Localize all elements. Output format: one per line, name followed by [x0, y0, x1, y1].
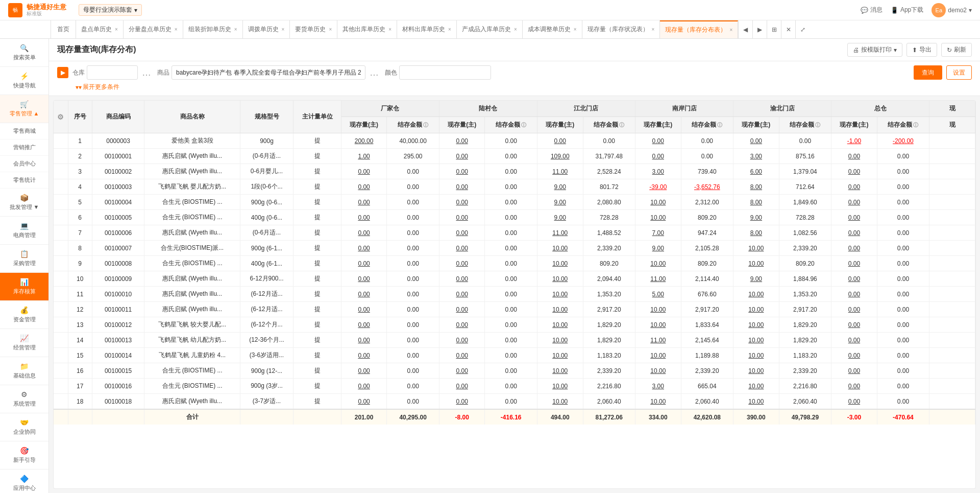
num-cell[interactable]: 0.00	[831, 179, 877, 195]
num-cell[interactable]: 0.00	[439, 241, 485, 256]
num-cell[interactable]: 0.00	[439, 133, 485, 149]
goods-input[interactable]	[172, 65, 365, 80]
num-cell[interactable]: 109.00	[537, 149, 583, 164]
num-cell[interactable]: 0.00	[341, 179, 387, 195]
num-cell[interactable]: 0.00	[439, 287, 485, 302]
num-cell[interactable]: 0.00	[831, 317, 877, 333]
num-cell[interactable]: 10.00	[733, 394, 779, 410]
num-cell[interactable]: 0.00	[439, 164, 485, 179]
setting-btn[interactable]: 设置	[946, 65, 972, 80]
app-download-btn[interactable]: 📱 App下载	[891, 6, 923, 14]
message-btn[interactable]: 💬 消息	[861, 6, 883, 14]
sidebar-sub-member[interactable]: 会员中心	[0, 156, 48, 172]
num-cell[interactable]: 0.00	[831, 348, 877, 363]
sidebar-item-nav[interactable]: ⚡ 快捷导航	[0, 67, 48, 95]
num-cell[interactable]: 11.00	[635, 333, 681, 348]
num-cell[interactable]: 0.00	[439, 225, 485, 241]
expand-conditions-btn[interactable]: ▾▾ 展开更多条件	[76, 83, 119, 91]
tab-close-8[interactable]: ×	[574, 27, 577, 32]
num-cell[interactable]: 0.00	[831, 394, 877, 410]
num-cell[interactable]: 0.00	[831, 241, 877, 256]
num-cell[interactable]: 0.00	[831, 271, 877, 287]
num-cell[interactable]: 10.00	[733, 302, 779, 317]
num-cell[interactable]: 0.00	[341, 210, 387, 225]
refresh-btn[interactable]: ↻ 刷新	[941, 43, 972, 57]
num-cell[interactable]: 10.00	[733, 379, 779, 394]
tab-close-7[interactable]: ×	[514, 27, 517, 32]
sidebar-sub-marketing[interactable]: 营销推广	[0, 139, 48, 156]
num-cell[interactable]: 0.00	[831, 195, 877, 210]
num-cell[interactable]: 0.00	[341, 287, 387, 302]
num-cell[interactable]: 10.00	[537, 348, 583, 363]
num-cell[interactable]: 10.00	[733, 363, 779, 379]
sidebar-item-search[interactable]: 🔍 搜索英单	[0, 39, 48, 67]
num-cell[interactable]: 3.00	[635, 379, 681, 394]
num-cell[interactable]: 3.00	[733, 149, 779, 164]
num-cell[interactable]: 10.00	[635, 363, 681, 379]
num-cell[interactable]: 0.00	[341, 256, 387, 271]
num-cell[interactable]: 11.00	[537, 164, 583, 179]
sidebar-item-retail[interactable]: 🛒 零售管理 ▲	[0, 95, 48, 123]
num-cell[interactable]: 0.00	[439, 271, 485, 287]
num-cell[interactable]: 0.00	[439, 363, 485, 379]
tab-item-1[interactable]: 分量盘点单历史 ×	[124, 20, 183, 39]
num-cell[interactable]: 9.00	[537, 210, 583, 225]
warehouse-input[interactable]	[87, 65, 138, 80]
num-cell[interactable]: -39.00	[635, 179, 681, 195]
num-cell[interactable]: 10.00	[635, 210, 681, 225]
sidebar-item-finance[interactable]: 💰 资金管理	[0, 301, 48, 329]
num-cell[interactable]: 9.00	[537, 195, 583, 210]
num-cell[interactable]: 10.00	[635, 394, 681, 410]
info-icon-3[interactable]: ⓘ	[619, 122, 624, 128]
num-cell[interactable]: 10.00	[537, 333, 583, 348]
num-cell[interactable]: 0.00	[439, 210, 485, 225]
num-cell[interactable]: 0.00	[831, 164, 877, 179]
num-cell[interactable]: 10.00	[635, 256, 681, 271]
info-icon-5[interactable]: ⓘ	[815, 122, 820, 128]
tab-close-1[interactable]: ×	[175, 27, 178, 32]
sidebar-item-wholesale[interactable]: 📦 批发管理 ▼	[0, 189, 48, 217]
num-cell[interactable]: 11.00	[537, 225, 583, 241]
company-dropdown[interactable]: 母婴行业演示陈套 ▾	[79, 4, 142, 16]
sidebar-sub-stats[interactable]: 零售统计	[0, 172, 48, 189]
num-cell[interactable]: 0.00	[831, 256, 877, 271]
sidebar-item-appcenter[interactable]: 🔷 应用中心	[0, 469, 48, 493]
tab-item-5[interactable]: 其他出库单历史 ×	[337, 20, 397, 39]
num-cell[interactable]: 0.00	[831, 210, 877, 225]
num-cell[interactable]: 10.00	[537, 394, 583, 410]
tab-item-7[interactable]: 产成品入库单历史 ×	[457, 20, 523, 39]
print-btn[interactable]: 🖨 按模版打印 ▾	[847, 43, 902, 57]
search-btn[interactable]: 查询	[914, 65, 942, 80]
tab-close-9[interactable]: ×	[652, 27, 655, 32]
num-cell[interactable]: 10.00	[733, 256, 779, 271]
tab-close-10[interactable]: ×	[729, 27, 732, 33]
num-cell[interactable]: 0.00	[439, 195, 485, 210]
num-cell[interactable]: 0.00	[439, 394, 485, 410]
tab-nav-more[interactable]: ⊞	[767, 20, 781, 39]
num-cell[interactable]: 8.00	[733, 195, 779, 210]
num-cell[interactable]: 10.00	[635, 348, 681, 363]
tab-expand[interactable]: ⤢	[795, 20, 810, 39]
sidebar-item-collab[interactable]: 🤝 企业协同	[0, 413, 48, 441]
num-cell[interactable]: 0.00	[831, 333, 877, 348]
num-cell[interactable]: 0.00	[439, 333, 485, 348]
num-cell[interactable]: 0.00	[537, 133, 583, 149]
user-menu[interactable]: Ea demo2 ▾	[932, 3, 972, 17]
tab-item-6[interactable]: 材料出库单历史 ×	[397, 20, 457, 39]
num-cell[interactable]: 0.00	[831, 225, 877, 241]
num-cell[interactable]: 1.00	[341, 149, 387, 164]
num-cell[interactable]: 10.00	[537, 317, 583, 333]
num-cell[interactable]: 0.00	[439, 179, 485, 195]
num-cell[interactable]: 0.00	[341, 195, 387, 210]
num-cell[interactable]: 10.00	[635, 302, 681, 317]
tab-nav-left[interactable]: ◀	[738, 20, 752, 39]
num-cell[interactable]: 10.00	[733, 241, 779, 256]
info-icon-2[interactable]: ⓘ	[521, 122, 526, 128]
num-cell[interactable]: 0.00	[341, 348, 387, 363]
sidebar-item-basic[interactable]: 📁 基础信息	[0, 357, 48, 385]
info-icon-1[interactable]: ⓘ	[423, 122, 428, 128]
num-cell[interactable]: 9.00	[733, 271, 779, 287]
tab-close-all[interactable]: ✕	[781, 20, 795, 39]
tab-close-0[interactable]: ×	[115, 27, 118, 32]
num-cell[interactable]: 7.00	[635, 225, 681, 241]
